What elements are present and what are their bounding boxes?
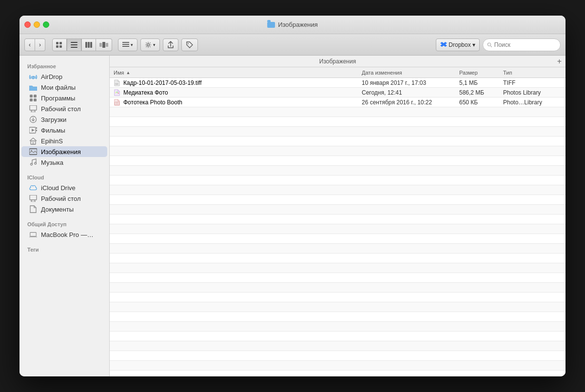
empty-row [110,156,566,166]
tag-icon [186,41,194,48]
table-row[interactable]: Медиатека Фото Сегодня, 12:41 586,2 МБ P… [110,88,566,98]
home-label: EpihinS [41,137,63,145]
back-button[interactable]: ‹ [24,39,35,51]
sidebar-item-movies[interactable]: Фильмы [21,125,107,136]
empty-row [110,254,566,263]
svg-rect-6 [71,47,78,48]
col-name-label: Имя [114,70,124,76]
svg-rect-38 [32,142,34,144]
sidebar-section-sharing: Общий доступ [20,217,109,229]
empty-row [110,224,566,234]
empty-row [110,322,566,332]
tag-button[interactable] [181,39,198,51]
share-icon [167,41,174,49]
close-button[interactable] [24,21,31,28]
sidebar-item-icloud-desktop[interactable]: Рабочий стол [21,193,107,204]
svg-point-51 [117,92,119,94]
empty-row [110,107,566,117]
search-box[interactable] [483,39,561,51]
svg-marker-34 [32,129,35,132]
view-list-button[interactable] [67,39,81,51]
movies-label: Фильмы [41,127,65,134]
svg-point-42 [35,162,37,164]
apps-icon [29,94,37,102]
svg-point-41 [31,163,33,165]
sidebar-item-icloud-docs[interactable]: Документы [21,204,107,215]
col-name-header[interactable]: Имя ▲ [114,70,362,76]
svg-rect-35 [36,127,37,129]
dropbox-button[interactable]: Dropbox ▾ [436,39,480,51]
sidebar-section-favorites: Избранное [20,59,109,71]
svg-rect-7 [85,42,87,48]
view-column-button[interactable] [81,39,96,51]
gear-icon [145,41,152,48]
action-button[interactable]: ▾ [140,39,160,51]
add-button[interactable]: + [557,58,562,65]
forward-button[interactable]: › [35,39,45,51]
svg-rect-13 [122,42,129,43]
minimize-button[interactable] [34,21,40,28]
svg-marker-18 [440,42,447,47]
dropbox-icon [440,41,447,48]
sidebar-item-images[interactable]: Изображения [21,146,107,157]
tiff-file-icon: TIFF [114,79,120,86]
svg-rect-36 [36,130,37,131]
table-row[interactable]: Фототека Photo Booth 26 сентября 2016 г.… [110,98,566,107]
sidebar-item-macbook[interactable]: MacBook Pro —… [21,229,107,240]
sidebar-item-music[interactable]: Музыка [21,157,107,168]
empty-row [110,185,566,195]
maximize-button[interactable] [43,21,49,28]
svg-line-20 [490,45,492,47]
sidebar-section-icloud: iCloud [20,171,109,182]
table-row[interactable]: TIFF Кадр-10-01-2017-05-03-19.tiff 10 ян… [110,78,566,88]
sidebar-item-downloads[interactable]: Загрузки [21,114,107,125]
myfiles-icon [29,83,37,91]
action-chevron: ▾ [153,42,156,47]
title-text: Изображения [278,21,318,28]
empty-row [110,195,566,205]
downloads-icon [29,116,37,123]
col-date-header[interactable]: Дата изменения [362,70,459,76]
sidebar-item-apps[interactable]: Программы [21,93,107,103]
svg-rect-25 [30,98,33,101]
search-input[interactable] [494,41,556,48]
svg-point-17 [188,43,189,44]
icloud-desktop-icon [29,195,37,202]
sidebar-item-home[interactable]: EpihinS [21,136,107,146]
empty-row [110,263,566,273]
view-icon-button[interactable] [52,39,67,51]
traffic-lights [24,21,49,28]
sidebar-item-icloud-drive[interactable]: iCloud Drive [21,182,107,193]
col-type-header[interactable]: Тип [503,70,562,76]
filename-text: Медиатека Фото [123,89,168,96]
svg-point-16 [147,43,150,46]
sidebar: Избранное AirDrop [20,56,110,376]
svg-rect-26 [34,98,37,101]
empty-row [110,176,566,185]
svg-rect-4 [71,42,78,43]
svg-rect-8 [88,42,90,48]
sidebar-item-myfiles[interactable]: Мои файлы [21,82,107,93]
back-icon: ‹ [29,41,31,48]
empty-row [110,312,566,322]
svg-point-50 [117,91,118,93]
empty-row [110,146,566,156]
empty-row [110,127,566,137]
icloud-drive-label: iCloud Drive [41,184,76,192]
file-list: TIFF Кадр-10-01-2017-05-03-19.tiff 10 ян… [110,78,566,376]
music-icon [29,158,37,166]
file-date-cell: Сегодня, 12:41 [362,89,459,96]
sidebar-item-desktop[interactable]: Рабочий стол [21,103,107,114]
sidebar-item-airdrop[interactable]: AirDrop [21,71,107,82]
svg-rect-10 [99,43,102,47]
home-icon [29,137,37,145]
arrange-button[interactable]: ▾ [118,39,137,51]
view-cover-button[interactable] [96,39,112,51]
images-icon [29,148,37,156]
col-size-header[interactable]: Размер [459,70,503,76]
column-view-icon [85,42,92,48]
breadcrumb-label: Изображения [319,58,356,65]
share-button[interactable] [163,39,178,51]
file-size-cell: 650 КБ [459,99,503,106]
file-type-cell: TIFF [503,79,562,86]
